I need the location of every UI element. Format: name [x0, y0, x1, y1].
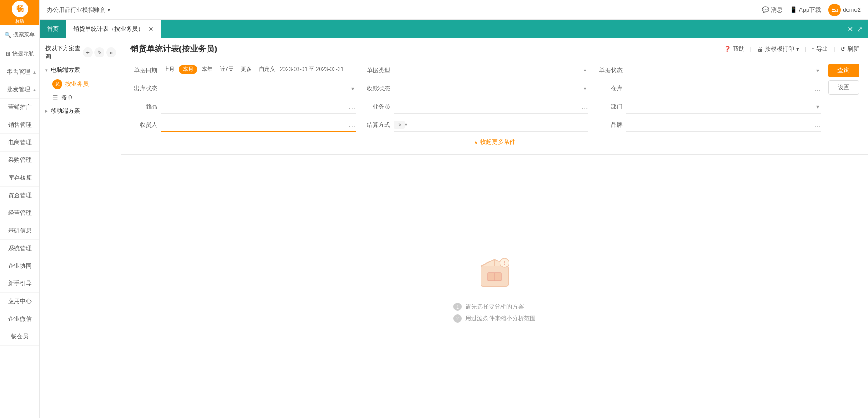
message-btn[interactable]: 💬 消息: [762, 6, 783, 14]
topbar-left: 办公用品行业模拟账套 ▾: [47, 6, 111, 14]
help-icon: ❓: [724, 46, 731, 52]
brand-dots[interactable]: …: [814, 121, 821, 129]
department-arrow: ▾: [816, 104, 819, 110]
date-tab-more[interactable]: 更多: [238, 65, 255, 74]
sidebar-item-finance[interactable]: 资金管理: [0, 187, 39, 204]
sidebar-item-wholesale[interactable]: 批发管理 ▴: [0, 81, 39, 99]
tab-home-label: 首页: [47, 25, 59, 33]
refresh-button[interactable]: ↺ 刷新: [840, 45, 859, 53]
right-panel: 销货单统计表(按业务员) ❓ 帮助 | 🖨 按模板打印 ▾ | ↑: [121, 38, 868, 418]
topbar-right: 💬 消息 📱 App下载 Ea demo2: [762, 4, 861, 16]
date-tab-7days[interactable]: 近7天: [217, 65, 236, 74]
tab-sales-report[interactable]: 销货单统计表（按业务员） ✕: [66, 20, 161, 38]
grid-icon: ⊞: [6, 51, 10, 57]
sidebar-item-base[interactable]: 基础信息: [0, 222, 39, 240]
quick-nav-button[interactable]: ⊞ 快捷导航: [3, 48, 37, 59]
close-window-button[interactable]: ✕: [847, 25, 853, 33]
tab-home[interactable]: 首页: [40, 20, 66, 38]
sidebar-item-ecommerce[interactable]: 电商管理: [0, 134, 39, 152]
logo-initials: 畅: [16, 5, 24, 14]
tree-leaf-icon-salesman: 员: [52, 79, 62, 89]
tab-close-icon[interactable]: ✕: [148, 26, 154, 32]
settings-button[interactable]: 设置: [828, 80, 859, 95]
consignee-label: 收货人: [130, 121, 157, 129]
sidebar-item-operation[interactable]: 经营管理: [0, 204, 39, 222]
collapse-filter-button[interactable]: ∧ 收起更多条件: [474, 135, 515, 149]
date-tab-this-year[interactable]: 本年: [199, 65, 215, 74]
app-download-btn[interactable]: 📱 App下载: [790, 6, 821, 14]
print-button[interactable]: 🖨 按模板打印 ▾: [757, 45, 799, 53]
sidebar-item-system[interactable]: 系统管理: [0, 240, 39, 257]
topbar: 办公用品行业模拟账套 ▾ 💬 消息 📱 App下载 Ea demo2: [40, 0, 868, 20]
settlement-tag-close[interactable]: ×: [398, 122, 402, 128]
chevron-icon: ▴: [33, 87, 36, 92]
warehouse-dots[interactable]: …: [814, 85, 821, 93]
help-button[interactable]: ❓ 帮助: [724, 45, 745, 53]
sidebar-item-appstore[interactable]: 应用中心: [0, 293, 39, 310]
consignee-input[interactable]: [161, 120, 347, 129]
dropdown-arrow-icon: ▾: [108, 6, 111, 13]
sidebar-item-wechat[interactable]: 企业微信: [0, 310, 39, 328]
date-tab-custom[interactable]: 自定义: [256, 65, 278, 74]
settlement-select[interactable]: × ▾: [394, 118, 589, 132]
payment-status-select[interactable]: ▾: [394, 82, 589, 95]
out-status-label: 出库状态: [130, 85, 157, 93]
brand-input-wrap: …: [626, 118, 821, 132]
sidebar-item-newbie[interactable]: 新手引导: [0, 275, 39, 293]
tree-leaf-icon-order: ☰: [52, 94, 58, 101]
sidebar-item-purchase[interactable]: 采购管理: [0, 152, 39, 169]
collapse-panel-button[interactable]: «: [106, 48, 116, 57]
empty-steps: 1 请先选择要分析的方案 2 用过滤条件来缩小分析范围: [453, 303, 536, 323]
consignee-input-wrap: …: [161, 118, 356, 132]
print-dropdown-icon: ▾: [796, 46, 799, 52]
message-icon: 💬: [762, 6, 769, 13]
sidebar-item-member[interactable]: 畅会员: [0, 328, 39, 346]
tree-leaf-order-label: 按单: [61, 94, 73, 102]
sidebar-item-marketing[interactable]: 营销推广: [0, 99, 39, 116]
product-dots[interactable]: …: [349, 103, 356, 111]
brand-input[interactable]: [626, 120, 812, 129]
query-button[interactable]: 查询: [828, 64, 859, 77]
tree-group-mobile[interactable]: ▸ 移动端方案: [40, 104, 121, 118]
sidebar-item-retail[interactable]: 零售管理 ▴: [0, 63, 39, 81]
date-tab-last-month[interactable]: 上月: [161, 65, 177, 74]
tree-group-desktop[interactable]: ▾ 电脑端方案: [40, 63, 121, 77]
order-status-select[interactable]: ▾: [626, 64, 821, 77]
tree-leaf-order[interactable]: ☰ 按单: [45, 91, 121, 104]
sidebar-item-sales[interactable]: 销售管理: [0, 116, 39, 134]
export-button[interactable]: ↑ 导出: [811, 45, 828, 53]
tree-leaf-salesman[interactable]: 员 按业务员: [45, 77, 121, 91]
salesman-label: 业务员: [363, 103, 390, 111]
tab-actions: ✕ ⤢: [847, 25, 868, 33]
warehouse-input[interactable]: [626, 84, 812, 93]
empty-icon: !: [472, 250, 517, 295]
query-buttons: 查询 设置: [828, 64, 859, 95]
logo-icon: 畅: [12, 1, 28, 17]
salesman-input[interactable]: [394, 102, 580, 111]
date-tab-this-month[interactable]: 本月: [179, 65, 197, 74]
logo-text: 标版: [15, 18, 24, 24]
date-tabs: 上月 本月 本年 近7天 更多 自定义: [161, 65, 278, 74]
quick-nav-area[interactable]: ⊞ 快捷导航: [0, 44, 39, 63]
edit-scheme-button[interactable]: ✎: [94, 48, 104, 57]
refresh-icon: ↺: [840, 46, 845, 52]
consignee-dots[interactable]: …: [349, 121, 356, 129]
date-label: 单据日期: [130, 66, 157, 75]
add-scheme-button[interactable]: +: [83, 48, 93, 57]
search-area[interactable]: 🔍 搜索菜单: [0, 25, 39, 44]
user-profile[interactable]: Ea demo2: [828, 4, 861, 16]
search-button[interactable]: 🔍 搜索菜单: [3, 29, 37, 40]
empty-step-2: 2 用过滤条件来缩小分析范围: [453, 314, 536, 323]
salesman-dots[interactable]: …: [581, 103, 588, 111]
sidebar-item-collab[interactable]: 企业协同: [0, 257, 39, 275]
product-input[interactable]: [161, 102, 347, 111]
expand-window-button[interactable]: ⤢: [857, 25, 863, 33]
department-select[interactable]: ▾: [626, 100, 821, 114]
salesman-input-wrap: …: [394, 100, 589, 114]
sidebar-item-inventory[interactable]: 库存核算: [0, 169, 39, 187]
out-status-select[interactable]: ▾: [161, 82, 356, 95]
order-type-select[interactable]: ▾: [394, 64, 589, 77]
tree-collapse-icon: ▸: [45, 108, 48, 114]
account-selector[interactable]: 办公用品行业模拟账套 ▾: [47, 6, 111, 14]
sidebar-menu: 零售管理 ▴ 批发管理 ▴ 营销推广 销售管理 电商管理 采购管理 库存核算 资…: [0, 63, 39, 418]
